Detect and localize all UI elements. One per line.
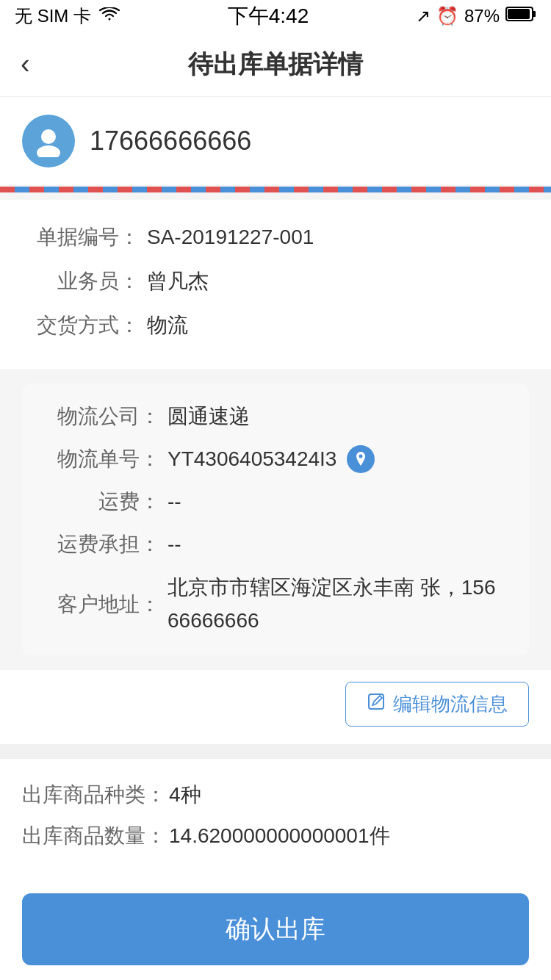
status-left: 无 SIM 卡 [15, 4, 120, 28]
logistics-tracking-value: YT43064053424I3 [160, 444, 508, 475]
location-icon: ↗ [416, 6, 431, 26]
svg-rect-2 [508, 9, 530, 19]
logistics-freight-value: -- [160, 486, 508, 517]
logistics-freight-bearer-label: 运费承担： [43, 529, 160, 560]
logistics-address-value: 北京市市辖区海淀区永丰南 张，156 66666666 [160, 572, 508, 638]
delivery-method-value: 物流 [140, 310, 529, 341]
logistics-tracking-row: 物流单号： YT43064053424I3 [43, 444, 508, 475]
edit-logistics-btn-wrap: 编辑物流信息 [0, 670, 551, 744]
alarm-icon: ⏰ [436, 6, 458, 26]
edit-logistics-button[interactable]: 编辑物流信息 [345, 682, 529, 727]
salesperson-row: 业务员： 曾凡杰 [22, 266, 529, 297]
confirm-outbound-button[interactable]: 确认出库 [22, 893, 529, 965]
salesperson-label: 业务员： [22, 266, 140, 297]
customer-header: 17666666666 [0, 97, 551, 185]
delivery-method-label: 交货方式： [22, 310, 140, 341]
document-info-section: 单据编号： SA-20191227-001 业务员： 曾凡杰 交货方式： 物流 [0, 200, 551, 369]
battery-icon [505, 6, 536, 26]
salesperson-value: 曾凡杰 [140, 266, 529, 297]
confirm-btn-wrap: 确认出库 [0, 879, 551, 980]
logistics-freight-label: 运费： [43, 486, 160, 517]
sim-status: 无 SIM 卡 [15, 4, 91, 28]
goods-types-value: 4种 [169, 781, 201, 809]
status-time: 下午4:42 [228, 2, 309, 30]
logistics-card: 物流公司： 圆通速递 物流单号： YT43064053424I3 运费： -- … [22, 383, 529, 655]
status-bar: 无 SIM 卡 下午4:42 ↗ ⏰ 87% [0, 0, 551, 32]
status-right: ↗ ⏰ 87% [416, 6, 536, 26]
goods-types-label: 出库商品种类： [22, 781, 169, 809]
section-divider [0, 744, 551, 759]
delivery-method-row: 交货方式： 物流 [22, 310, 529, 341]
goods-quantity-label: 出库商品数量： [22, 822, 169, 850]
document-number-label: 单据编号： [22, 222, 140, 253]
logistics-address-label: 客户地址： [43, 589, 160, 620]
goods-section: 出库商品种类： 4种 出库商品数量： 14.620000000000001件 [0, 759, 551, 878]
logistics-company-label: 物流公司： [43, 401, 160, 432]
svg-point-5 [359, 455, 363, 458]
logistics-tracking-label: 物流单号： [43, 444, 160, 475]
document-number-value: SA-20191227-001 [140, 222, 529, 253]
goods-quantity-row: 出库商品数量： 14.620000000000001件 [22, 822, 529, 850]
logistics-company-row: 物流公司： 圆通速递 [43, 401, 508, 432]
logistics-freight-bearer-row: 运费承担： -- [43, 529, 508, 560]
edit-logistics-label: 编辑物流信息 [393, 691, 508, 717]
wifi-icon [98, 6, 120, 26]
svg-point-3 [41, 129, 56, 144]
dashed-divider [0, 187, 551, 192]
logistics-freight-bearer-value: -- [160, 529, 508, 560]
logistics-company-value: 圆通速递 [160, 401, 508, 432]
svg-point-4 [37, 145, 60, 157]
customer-phone: 17666666666 [90, 126, 251, 156]
battery-text: 87% [464, 6, 500, 26]
logistics-address-row: 客户地址： 北京市市辖区海淀区永丰南 张，156 66666666 [43, 572, 508, 638]
back-button[interactable]: ‹ [21, 48, 30, 80]
goods-types-row: 出库商品种类： 4种 [22, 781, 529, 809]
document-number-row: 单据编号： SA-20191227-001 [22, 222, 529, 253]
nav-bar: ‹ 待出库单据详情 [0, 32, 551, 97]
page-title: 待出库单据详情 [188, 48, 363, 82]
svg-rect-1 [533, 11, 536, 17]
goods-quantity-value: 14.620000000000001件 [169, 822, 390, 850]
tracking-location-icon[interactable] [347, 445, 375, 473]
edit-icon [367, 692, 386, 716]
logistics-freight-row: 运费： -- [43, 486, 508, 517]
avatar [22, 115, 75, 167]
